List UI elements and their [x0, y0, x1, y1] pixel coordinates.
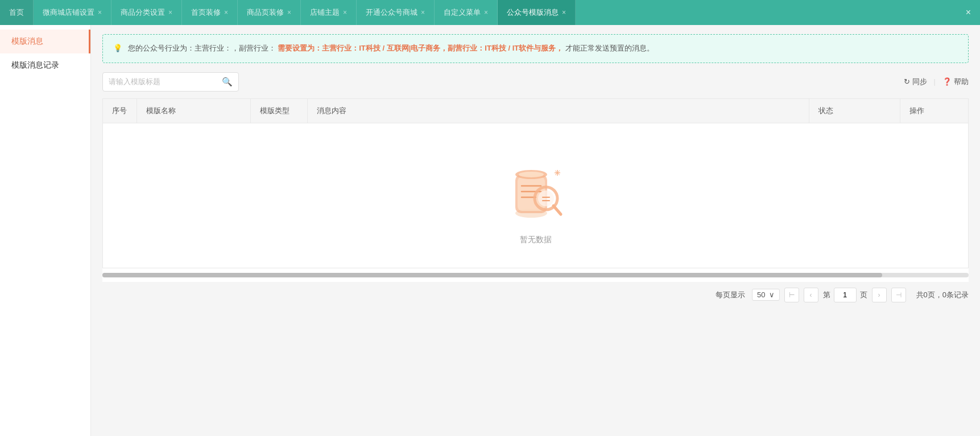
lightbulb-icon: 💡	[113, 44, 122, 52]
close-tab-mall[interactable]: ×	[421, 9, 425, 16]
next-page-button[interactable]: ›	[872, 288, 887, 302]
page-input-group: 第 页	[823, 288, 867, 302]
help-button[interactable]: ❓ 帮助	[942, 77, 969, 87]
divider: |	[934, 77, 936, 86]
close-tab-template-msg[interactable]: ×	[562, 9, 566, 16]
prev-page-button[interactable]: ‹	[804, 288, 818, 302]
close-tab-homepage[interactable]: ×	[224, 9, 228, 16]
close-tab-category[interactable]: ×	[168, 9, 172, 16]
col-header-status: 状态	[809, 98, 900, 123]
close-all-tabs-button[interactable]: ×	[957, 0, 980, 25]
page-size-value: 50	[757, 290, 765, 299]
nav-tab-category[interactable]: 商品分类设置 ×	[111, 0, 182, 25]
nav-tab-store-settings[interactable]: 微商城店铺设置 ×	[34, 0, 111, 25]
search-bar: 🔍 ↻ 同步 | ❓ 帮助	[102, 72, 969, 92]
empty-illustration	[502, 157, 570, 226]
col-header-name: 模版名称	[137, 98, 251, 123]
last-page-button[interactable]: ⊣	[891, 288, 906, 302]
sync-icon: ↻	[904, 77, 910, 86]
nav-tab-home[interactable]: 首页	[0, 0, 34, 25]
nav-tab-template-msg[interactable]: 公众号模版消息 ×	[498, 0, 576, 25]
sidebar: 模版消息 模版消息记录	[0, 25, 91, 436]
nav-tab-homepage[interactable]: 首页装修 ×	[182, 0, 238, 25]
search-input[interactable]	[109, 77, 220, 86]
data-table: 序号 模版名称 模版类型 消息内容 状态	[102, 98, 969, 268]
help-icon: ❓	[942, 77, 952, 86]
top-nav-bar: 首页 微商城店铺设置 × 商品分类设置 × 首页装修 × 商品页装修 × 店铺主…	[0, 0, 980, 25]
content-area: 💡 您的公众号行业为：主营行业：，副营行业： 需要设置为：主营行业：IT科技 /…	[91, 25, 980, 436]
first-page-button[interactable]: ⊢	[784, 288, 799, 302]
close-tab-product-page[interactable]: ×	[287, 9, 291, 16]
close-tab-custom-menu[interactable]: ×	[484, 9, 488, 16]
page-number-input[interactable]	[834, 288, 857, 302]
table-wrapper: 序号 模版名称 模版类型 消息内容 状态	[102, 98, 969, 282]
table-header-row: 序号 模版名称 模版类型 消息内容 状态	[103, 98, 969, 123]
search-input-wrap[interactable]: 🔍	[102, 72, 239, 92]
page-suffix-label: 页	[860, 290, 867, 300]
col-header-action: 操作	[900, 98, 969, 123]
nav-tab-mall[interactable]: 开通公众号商城 ×	[357, 0, 435, 25]
search-left: 🔍	[102, 72, 239, 92]
page-size-select[interactable]: 50 ∨	[752, 289, 779, 301]
col-header-index: 序号	[103, 98, 137, 123]
close-tab-store-settings[interactable]: ×	[98, 9, 102, 16]
empty-state-row: 暂无数据	[103, 123, 969, 268]
search-right: ↻ 同步 | ❓ 帮助	[904, 77, 969, 87]
svg-line-10	[553, 206, 561, 214]
total-info: 共0页，0条记录	[916, 290, 969, 300]
empty-state: 暂无数据	[103, 123, 968, 268]
svg-point-9	[538, 190, 554, 206]
page-prefix-label: 第	[823, 290, 830, 300]
svg-point-4	[519, 172, 544, 177]
pagination: 每页显示 50 ∨ ⊢ ‹ 第 页 › ⊣ 共0页，0条记录	[102, 282, 969, 306]
empty-text: 暂无数据	[520, 235, 552, 245]
sidebar-item-template-msg[interactable]: 模版消息	[0, 30, 90, 53]
col-header-content: 消息内容	[308, 98, 809, 123]
nav-tab-product-page[interactable]: 商品页装修 ×	[238, 0, 301, 25]
page-size-label: 每页显示	[716, 290, 745, 300]
nav-tab-custom-menu[interactable]: 自定义菜单 ×	[435, 0, 498, 25]
chevron-down-icon: ∨	[769, 290, 775, 299]
sidebar-item-template-msg-log[interactable]: 模版消息记录	[0, 53, 90, 77]
main-layout: 模版消息 模版消息记录 💡 您的公众号行业为：主营行业：，副营行业： 需要设置为…	[0, 25, 980, 436]
sync-button[interactable]: ↻ 同步	[904, 77, 927, 87]
close-tab-theme[interactable]: ×	[343, 9, 347, 16]
search-icon[interactable]: 🔍	[222, 77, 233, 87]
col-header-type: 模版类型	[251, 98, 308, 123]
nav-tab-theme[interactable]: 店铺主题 ×	[301, 0, 357, 25]
scrollbar-thumb[interactable]	[102, 273, 882, 277]
horizontal-scrollbar[interactable]	[102, 273, 969, 277]
notice-banner: 💡 您的公众号行业为：主营行业：，副营行业： 需要设置为：主营行业：IT科技 /…	[102, 34, 969, 63]
